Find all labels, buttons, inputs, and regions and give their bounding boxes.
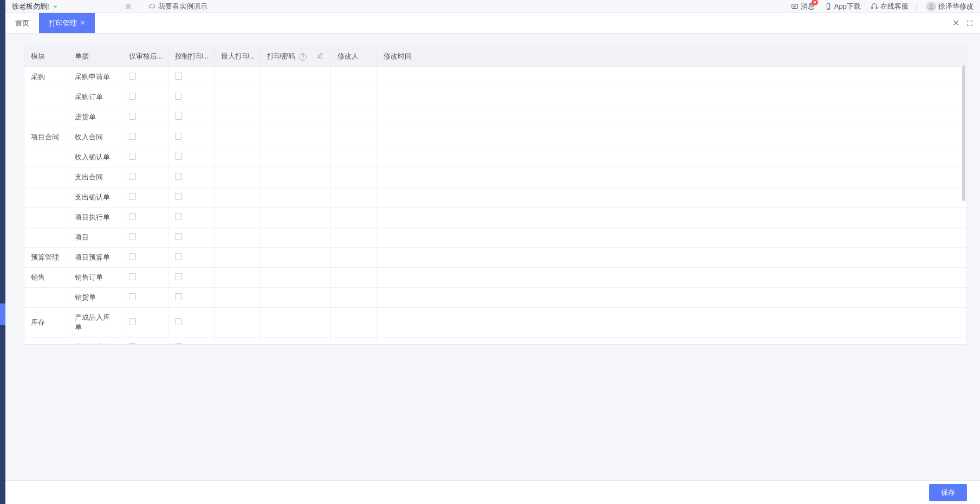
cell-ctrl-checkbox xyxy=(168,228,214,248)
close-all-icon[interactable]: ✕ xyxy=(952,18,959,28)
divider xyxy=(916,3,917,10)
cell-audit-checkbox xyxy=(122,248,168,268)
print-settings-table: 模块 单据 仅审核后... 控制打印... 最大打印... 打印密码 ? 修改人… xyxy=(24,46,967,345)
messages-link[interactable]: 消息 ● xyxy=(791,2,815,11)
cell-max-print xyxy=(214,288,260,308)
cell-audit-checkbox xyxy=(122,107,168,127)
checkbox[interactable] xyxy=(129,213,136,220)
th-module: 模块 xyxy=(24,46,68,67)
app-download-link[interactable]: App下载 xyxy=(825,2,861,11)
cell-audit-checkbox xyxy=(122,188,168,208)
checkbox[interactable] xyxy=(175,193,182,200)
th-audit-only: 仅审核后... xyxy=(122,46,168,67)
cell-print-pass xyxy=(260,147,330,167)
checkbox[interactable] xyxy=(175,318,182,325)
checkbox[interactable] xyxy=(129,318,136,325)
checkbox[interactable] xyxy=(175,113,182,120)
checkbox[interactable] xyxy=(175,173,182,180)
cell-audit-checkbox xyxy=(122,127,168,147)
messages-badge: ● xyxy=(812,0,817,5)
close-icon[interactable]: ✕ xyxy=(80,20,85,27)
fullscreen-icon[interactable] xyxy=(966,20,973,27)
left-nav-rail[interactable] xyxy=(0,0,5,504)
cell-module xyxy=(24,208,68,228)
checkbox[interactable] xyxy=(175,273,182,280)
checkbox[interactable] xyxy=(129,293,136,300)
cell-modifier xyxy=(330,147,377,167)
cell-modify-time xyxy=(377,288,966,308)
checkbox[interactable] xyxy=(175,73,182,80)
tab-print-mgmt[interactable]: 打印管理 ✕ xyxy=(39,13,95,33)
cell-max-print xyxy=(214,147,260,167)
table-header-row: 模块 单据 仅审核后... 控制打印... 最大打印... 打印密码 ? 修改人… xyxy=(24,46,966,67)
cell-doc: 支出合同 xyxy=(68,167,122,188)
help-icon[interactable]: ? xyxy=(299,53,307,61)
checkbox[interactable] xyxy=(175,153,182,160)
table-row: 预算管理项目预算单 xyxy=(24,248,966,268)
table-row: 进货单 xyxy=(24,107,966,127)
checkbox[interactable] xyxy=(175,293,182,300)
checkbox[interactable] xyxy=(129,93,136,100)
cell-audit-checkbox xyxy=(122,288,168,308)
cell-module xyxy=(24,147,68,167)
cell-module xyxy=(24,288,68,308)
checkbox[interactable] xyxy=(175,133,182,140)
cell-audit-checkbox xyxy=(122,208,168,228)
cell-modify-time xyxy=(377,208,966,228)
checkbox[interactable] xyxy=(129,133,136,140)
user-menu[interactable]: 徐泽华修改 xyxy=(926,2,973,11)
cell-modifier xyxy=(330,268,377,288)
cell-modifier xyxy=(330,167,377,188)
gear-icon[interactable] xyxy=(125,3,132,10)
vertical-scrollbar[interactable] xyxy=(962,66,965,201)
save-button[interactable]: 保存 xyxy=(929,484,967,501)
checkbox[interactable] xyxy=(129,253,136,260)
checkbox[interactable] xyxy=(129,233,136,240)
cell-max-print xyxy=(214,308,260,338)
cell-print-pass xyxy=(260,308,330,338)
cell-doc: 项目预算单 xyxy=(68,248,122,268)
cell-doc: 销售订单 xyxy=(68,268,122,288)
cell-audit-checkbox xyxy=(122,338,168,345)
cell-ctrl-checkbox xyxy=(168,87,214,107)
online-service-label: 在线客服 xyxy=(880,2,908,11)
table-row: 项目 xyxy=(24,228,966,248)
tab-print-mgmt-label: 打印管理 xyxy=(49,18,77,28)
cell-doc: 收入合同 xyxy=(68,127,122,147)
cell-ctrl-checkbox xyxy=(168,147,214,167)
cell-print-pass xyxy=(260,288,330,308)
cell-ctrl-checkbox xyxy=(168,308,214,338)
checkbox[interactable] xyxy=(129,113,136,120)
cell-audit-checkbox xyxy=(122,87,168,107)
checkbox[interactable] xyxy=(129,173,136,180)
demo-link[interactable]: 我要看实例演示 xyxy=(148,2,207,11)
checkbox[interactable] xyxy=(129,193,136,200)
checkbox[interactable] xyxy=(129,153,136,160)
app-download-label: App下载 xyxy=(834,2,861,11)
cell-ctrl-checkbox xyxy=(168,268,214,288)
checkbox[interactable] xyxy=(129,343,136,345)
cell-print-pass xyxy=(260,188,330,208)
checkbox[interactable] xyxy=(129,73,136,80)
cell-modifier xyxy=(330,338,377,345)
cell-ctrl-checkbox xyxy=(168,248,214,268)
svg-rect-4 xyxy=(872,7,873,9)
edit-icon[interactable] xyxy=(316,51,324,59)
online-service-link[interactable]: 在线客服 xyxy=(871,2,908,11)
org-selector[interactable]: 徐老板勿删! xyxy=(12,2,120,11)
cloud-icon xyxy=(148,3,156,10)
svg-point-0 xyxy=(127,5,129,8)
table-row: 销货单 xyxy=(24,288,966,308)
checkbox[interactable] xyxy=(175,233,182,240)
checkbox[interactable] xyxy=(175,93,182,100)
tab-home[interactable]: 首页 xyxy=(5,13,39,33)
checkbox[interactable] xyxy=(175,253,182,260)
cell-modifier xyxy=(330,127,377,147)
cell-modifier xyxy=(330,228,377,248)
checkbox[interactable] xyxy=(175,343,182,345)
checkbox[interactable] xyxy=(129,273,136,280)
cell-max-print xyxy=(214,167,260,188)
cell-modify-time xyxy=(377,338,966,345)
checkbox[interactable] xyxy=(175,213,182,220)
cell-modify-time xyxy=(377,248,966,268)
